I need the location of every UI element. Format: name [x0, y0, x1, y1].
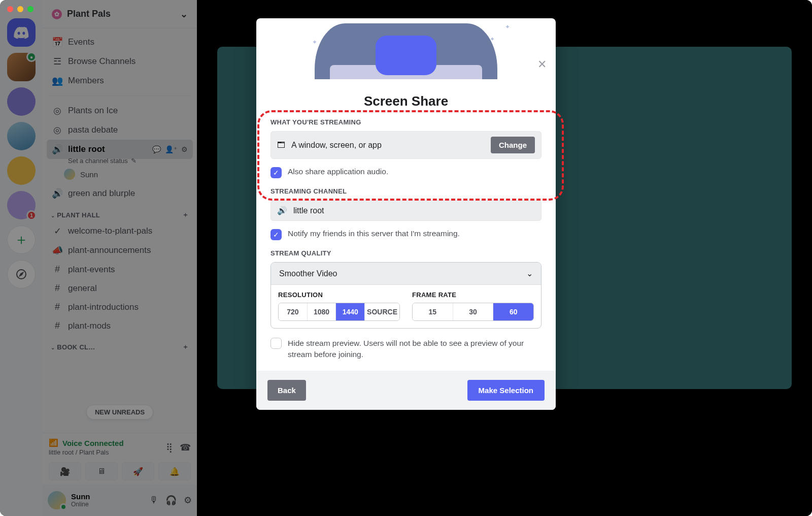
stream-quality-box: Smoother Video ⌄ RESOLUTION 72010801440S… — [270, 262, 542, 329]
explore-servers-button[interactable] — [7, 260, 36, 288]
server-3[interactable] — [7, 122, 36, 150]
screen-share-modal: ✦ ✦ ✦ ✕ Screen Share WHAT YOU'RE STREAMI… — [256, 18, 556, 410]
resolution-option-source[interactable]: SOURCE — [365, 303, 399, 320]
avatar[interactable] — [48, 491, 66, 509]
voice-channel-pasta-debate[interactable]: ◎pasta debate — [47, 120, 193, 140]
chevron-down-icon[interactable]: ⌄ — [180, 9, 188, 20]
add-server-button[interactable]: ＋ — [7, 225, 36, 254]
add-channel-icon[interactable]: ＋ — [182, 210, 189, 219]
fullscreen-window-icon[interactable] — [27, 6, 33, 12]
text-channel-announcements[interactable]: 📣plant-announcements — [47, 241, 193, 260]
modal-title: Screen Share — [256, 93, 556, 109]
minimize-window-icon[interactable] — [17, 6, 23, 12]
label-streaming-source: WHAT YOU'RE STREAMING — [270, 118, 542, 126]
svg-marker-1 — [20, 273, 23, 276]
disconnect-icon[interactable]: ☎ — [180, 442, 191, 453]
voice-live-indicator-icon: ● — [26, 52, 37, 62]
close-icon[interactable]: ✕ — [537, 58, 547, 71]
caret-down-icon: ⌄ — [51, 213, 55, 218]
checkbox-empty-icon[interactable] — [270, 338, 282, 349]
deafen-icon[interactable]: 🎧 — [165, 495, 177, 506]
status-online-icon — [60, 503, 67, 510]
signal-icon: 📶 — [49, 438, 58, 447]
resolution-option-1440[interactable]: 1440 — [336, 303, 365, 320]
mention-badge: 1 — [26, 210, 37, 220]
resolution-option-720[interactable]: 720 — [279, 303, 308, 320]
rules-icon: ✓ — [52, 225, 63, 237]
voice-channel-plants-on-ice[interactable]: ◎Plants on Ice — [47, 101, 193, 120]
framerate-option-60[interactable]: 60 — [493, 303, 533, 320]
text-channel-plant-events[interactable]: #plant-events — [47, 260, 193, 279]
mute-icon[interactable]: 🎙 — [149, 495, 158, 506]
label-framerate: FRAME RATE — [412, 291, 534, 299]
channel-status-prompt[interactable]: Set a channel status ✎ — [47, 157, 193, 165]
hash-icon: # — [52, 283, 63, 294]
voice-channel-little-root[interactable]: 🔊 little root 💬 👤⁺ ⚙ — [47, 140, 193, 159]
invite-icon[interactable]: 👤⁺ — [165, 145, 177, 153]
hash-icon: # — [52, 302, 63, 312]
speaker-icon: 🔊 — [277, 206, 287, 215]
framerate-option-30[interactable]: 30 — [453, 303, 494, 320]
voice-participant-sunn[interactable]: Sunn — [47, 165, 193, 184]
user-meta[interactable]: Sunn Online — [71, 493, 144, 508]
video-button[interactable]: 🎥 — [49, 462, 81, 480]
text-channel-general[interactable]: #general — [47, 279, 193, 298]
new-unreads-pill[interactable]: NEW UNREADS — [86, 405, 153, 420]
user-panel: Sunn Online 🎙 🎧 ⚙ — [43, 485, 197, 516]
server-1[interactable]: ● — [7, 53, 36, 81]
chat-icon[interactable]: 💬 — [152, 145, 161, 153]
back-button[interactable]: Back — [267, 380, 306, 401]
category-book-club[interactable]: ⌄BOOK CL…＋ — [47, 335, 193, 353]
stage-icon: ◎ — [52, 105, 63, 116]
checkbox-checked-icon[interactable]: ✓ — [270, 229, 282, 240]
make-selection-button[interactable]: Make Selection — [467, 380, 545, 401]
noise-suppression-icon[interactable]: ⢿ — [166, 442, 173, 453]
activity-button[interactable]: 🚀 — [122, 462, 154, 480]
label-streaming-channel: STREAMING CHANNEL — [270, 187, 542, 195]
stage-icon: ◎ — [52, 124, 63, 136]
label-stream-quality: STREAM QUALITY — [270, 249, 542, 257]
nav-members[interactable]: 👥Members — [47, 71, 193, 90]
resolution-segmented: 72010801440SOURCE — [278, 303, 400, 321]
category-plant-hall[interactable]: ⌄PLANT HALL＋ — [47, 203, 193, 221]
server-badge-icon: ✿ — [52, 9, 62, 19]
resolution-option-1080[interactable]: 1080 — [308, 303, 336, 320]
checkbox-checked-icon[interactable]: ✓ — [270, 167, 282, 178]
voice-channel-green-and-blurple[interactable]: 🔊green and blurple — [47, 184, 193, 203]
text-channel-introductions[interactable]: #plant-introductions — [47, 298, 193, 316]
server-2[interactable] — [7, 87, 36, 116]
framerate-option-15[interactable]: 15 — [413, 303, 453, 320]
discord-home-button[interactable] — [7, 18, 36, 47]
channel-sidebar: ✿ Plant Pals ⌄ 📅Events ☲Browse Channels … — [43, 0, 197, 516]
share-audio-row[interactable]: ✓ Also share application audio. — [270, 167, 542, 178]
text-channel-welcome[interactable]: ✓welcome-to-plant-pals — [47, 221, 193, 241]
avatar-icon — [64, 169, 75, 180]
change-source-button[interactable]: Change — [491, 137, 535, 153]
label-resolution: RESOLUTION — [278, 291, 400, 299]
notify-friends-row[interactable]: ✓ Notify my friends in this server that … — [270, 229, 542, 240]
mac-traffic-lights[interactable] — [7, 6, 33, 12]
soundboard-button[interactable]: 🔔 — [158, 462, 191, 480]
gear-icon[interactable]: ⚙ — [181, 145, 188, 153]
pencil-icon: ✎ — [131, 157, 137, 165]
server-4[interactable] — [7, 156, 36, 185]
members-icon: 👥 — [52, 75, 63, 86]
text-channel-mods[interactable]: #plant-mods — [47, 316, 193, 335]
screenshare-button[interactable]: 🖥 — [85, 462, 118, 480]
add-channel-icon[interactable]: ＋ — [182, 342, 189, 351]
nav-events[interactable]: 📅Events — [47, 33, 193, 52]
hide-preview-row[interactable]: Hide stream preview. Users will not be a… — [270, 338, 542, 360]
user-settings-icon[interactable]: ⚙ — [184, 495, 192, 506]
server-header[interactable]: ✿ Plant Pals ⌄ — [43, 0, 197, 28]
streaming-channel-field[interactable]: 🔊 little root — [270, 200, 542, 221]
megaphone-icon: 📣 — [52, 245, 63, 256]
server-rail: ● 1 ＋ — [0, 0, 43, 516]
nav-browse-channels[interactable]: ☲Browse Channels — [47, 52, 193, 71]
streaming-source-field: 🗔 A window, screen, or app Change — [270, 131, 542, 159]
hash-icon: # — [52, 320, 63, 331]
browse-channels-icon: ☲ — [52, 56, 63, 67]
close-window-icon[interactable] — [7, 6, 13, 12]
server-5[interactable]: 1 — [7, 191, 36, 219]
quality-preset-select[interactable]: Smoother Video ⌄ — [271, 263, 541, 285]
voice-channel-path[interactable]: little root / Plant Pals — [49, 448, 124, 456]
